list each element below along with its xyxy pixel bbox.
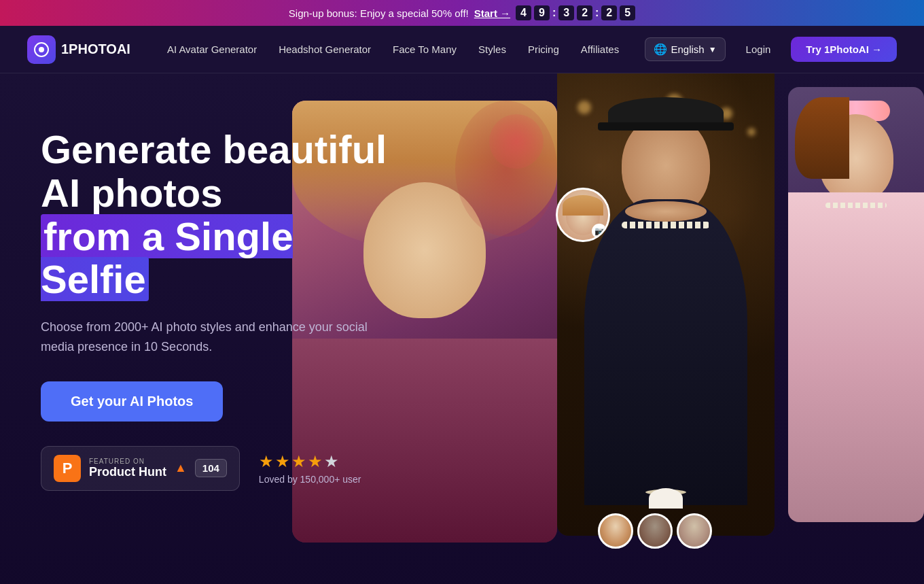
badge-row: P FEATURED ON Product Hunt ▲ 104 ★ ★ ★ ★… bbox=[41, 446, 394, 491]
thumb-avatar-3[interactable] bbox=[677, 513, 712, 549]
nav-face-to-many[interactable]: Face To Many bbox=[383, 38, 466, 61]
nav-styles[interactable]: Styles bbox=[469, 38, 516, 61]
hero-title-line1: Generate beautiful AI photos bbox=[41, 127, 387, 215]
star-3: ★ bbox=[291, 452, 306, 471]
camera-icon: 📷 bbox=[592, 224, 607, 239]
digit-6: 5 bbox=[620, 5, 635, 20]
ph-triangle-icon: ▲ bbox=[175, 461, 187, 475]
hero-content: Generate beautiful AI photos from a Sing… bbox=[41, 128, 394, 491]
ph-featured-label: FEATURED ON bbox=[89, 458, 166, 465]
digit-1: 4 bbox=[516, 5, 531, 20]
globe-icon: 🌐 bbox=[654, 43, 667, 56]
navbar: 1PHOTOAI AI Avatar Generator Headshot Ge… bbox=[0, 26, 924, 73]
nav-affiliates[interactable]: Affiliates bbox=[571, 38, 628, 61]
product-hunt-icon: P bbox=[54, 455, 81, 482]
hero-title-line2: from a Single Selfie bbox=[41, 214, 293, 302]
logo-icon bbox=[27, 35, 56, 64]
loved-text: Loved by 150,000+ user bbox=[259, 474, 361, 485]
hero-right-image bbox=[557, 73, 775, 536]
star-4: ★ bbox=[308, 452, 323, 471]
start-link[interactable]: Start → bbox=[474, 7, 510, 19]
language-label: English bbox=[671, 44, 705, 55]
digit-2: 9 bbox=[534, 5, 550, 20]
star-2: ★ bbox=[275, 452, 290, 471]
star-1: ★ bbox=[259, 452, 274, 471]
digit-4: 2 bbox=[577, 5, 592, 20]
thumb-avatar-2[interactable] bbox=[637, 513, 673, 549]
bottom-gradient bbox=[0, 555, 924, 584]
stars-section: ★ ★ ★ ★ ★ Loved by 150,000+ user bbox=[259, 452, 361, 485]
ph-name-label: Product Hunt bbox=[89, 465, 166, 479]
get-photos-button[interactable]: Get your AI Photos bbox=[41, 381, 223, 422]
banner-text: Sign-up bonus: Enjoy a special 50% off! bbox=[289, 7, 469, 19]
logo[interactable]: 1PHOTOAI bbox=[27, 35, 130, 64]
nav-right: 🌐 English ▼ Login Try 1PhotoAI → bbox=[645, 37, 897, 62]
hero-far-right-image bbox=[788, 87, 924, 522]
thumbnail-avatars bbox=[598, 513, 712, 549]
ph-text-group: FEATURED ON Product Hunt bbox=[89, 458, 166, 479]
digit-5: 2 bbox=[601, 5, 617, 20]
hero-title: Generate beautiful AI photos from a Sing… bbox=[41, 128, 394, 301]
nav-links: AI Avatar Generator Headshot Generator F… bbox=[158, 38, 645, 61]
language-selector[interactable]: 🌐 English ▼ bbox=[645, 37, 726, 61]
nav-pricing[interactable]: Pricing bbox=[518, 38, 569, 61]
logo-text: 1PHOTOAI bbox=[61, 41, 130, 57]
hero-description: Choose from 2000+ AI photo styles and en… bbox=[41, 317, 394, 357]
nav-ai-avatar[interactable]: AI Avatar Generator bbox=[158, 38, 266, 61]
svg-point-1 bbox=[39, 47, 44, 52]
colon-2: : bbox=[595, 7, 599, 19]
chevron-down-icon: ▼ bbox=[709, 45, 717, 54]
try-cta-button[interactable]: Try 1PhotoAI → bbox=[791, 37, 897, 62]
digit-3: 3 bbox=[558, 5, 574, 20]
top-banner: Sign-up bonus: Enjoy a special 50% off! … bbox=[0, 0, 924, 26]
product-hunt-badge[interactable]: P FEATURED ON Product Hunt ▲ 104 bbox=[41, 446, 240, 491]
floating-avatar: 📷 bbox=[556, 188, 610, 242]
login-button[interactable]: Login bbox=[736, 38, 781, 61]
countdown-timer: 4 9 : 3 2 : 2 5 bbox=[516, 5, 635, 20]
star-5: ★ bbox=[324, 452, 339, 471]
thumb-avatar-1[interactable] bbox=[598, 513, 633, 549]
hero-section: 📷 bbox=[0, 73, 924, 584]
nav-headshot[interactable]: Headshot Generator bbox=[269, 38, 380, 61]
star-rating: ★ ★ ★ ★ ★ bbox=[259, 452, 361, 471]
ph-count: 104 bbox=[195, 459, 227, 477]
colon-1: : bbox=[552, 7, 556, 19]
